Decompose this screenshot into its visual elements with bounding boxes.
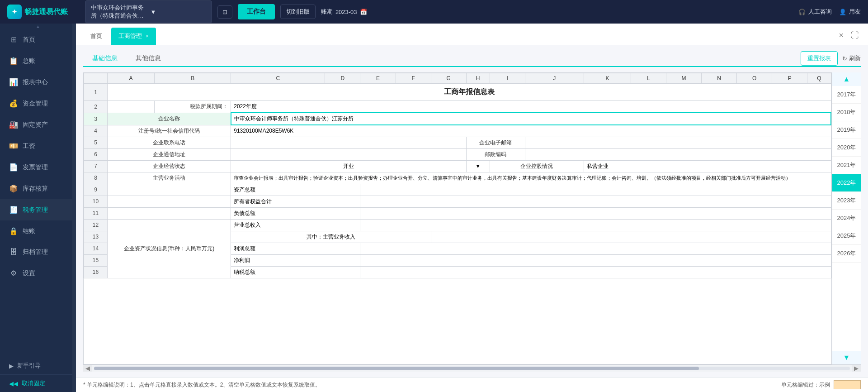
- col-header-d: D: [325, 73, 360, 84]
- sub-tab-basic[interactable]: 基础信息: [83, 51, 127, 67]
- calendar-icon[interactable]: 📅: [360, 9, 367, 15]
- cell-7k: 私营企业: [584, 160, 831, 172]
- workbench-button[interactable]: 工作台: [238, 4, 275, 19]
- sub-tab-other[interactable]: 其他信息: [127, 51, 170, 67]
- cell-14e[interactable]: [360, 243, 831, 254]
- h-scroll-left-btn[interactable]: ◀: [83, 365, 92, 372]
- cell-2b: 税款所属期间：: [155, 101, 231, 113]
- cell-7ab: 企业经营状态: [108, 160, 231, 172]
- cell-5c[interactable]: [231, 137, 466, 148]
- cell-12e[interactable]: [360, 219, 831, 231]
- company-selector[interactable]: 中审众环会计师事务所（特殊普通合伙… ▼: [85, 0, 212, 23]
- year-item-2025[interactable]: 2025年: [832, 227, 861, 245]
- sidebar-item-settings[interactable]: ⚙ 设置: [0, 263, 76, 284]
- row-num-4: 4: [84, 125, 108, 137]
- tab-commerce[interactable]: 工商管理 ×: [111, 28, 156, 45]
- cell-2c: 2022年度: [231, 101, 831, 113]
- cell-6ab: 企业通信地址: [108, 148, 231, 160]
- cell-11e[interactable]: [360, 207, 831, 219]
- tab-home[interactable]: 首页: [83, 28, 109, 45]
- cancel-pin-item[interactable]: ◀◀ 取消固定: [0, 374, 76, 392]
- cell-15c: 净利润: [231, 254, 360, 266]
- home-tab-label: 首页: [90, 32, 102, 40]
- period-value: 2023-03: [335, 9, 357, 15]
- cell-6c[interactable]: [231, 148, 466, 160]
- old-version-button[interactable]: 切到旧版: [280, 5, 316, 19]
- sidebar-item-tax[interactable]: 🧾 税务管理: [0, 199, 76, 220]
- h-scroll-thumb[interactable]: [94, 367, 699, 370]
- period-display: 账期 2023-03 📅: [321, 8, 367, 16]
- report-icon: 📊: [9, 78, 18, 86]
- row-num-11: 11: [84, 207, 108, 219]
- example-box: [834, 380, 861, 389]
- tab-close-icon[interactable]: ×: [146, 33, 149, 39]
- cell-16e[interactable]: [360, 266, 831, 278]
- col-header-row: A B C D E F G H I J K L: [84, 73, 831, 84]
- h-scroll-track[interactable]: [94, 367, 850, 370]
- year-panel-up[interactable]: ▲: [832, 72, 861, 86]
- cell-6j: 邮政编码: [466, 148, 525, 160]
- tax-icon: 🧾: [9, 206, 18, 214]
- h-scroll-right-btn[interactable]: ▶: [852, 365, 861, 372]
- sidebar-scroll-up[interactable]: ▲: [36, 24, 40, 29]
- year-item-2024[interactable]: 2024年: [832, 210, 861, 227]
- col-header-n: N: [702, 73, 737, 84]
- year-panel: ▲ 2017年 2018年 2019年 2020年 2021年 2022年 20…: [832, 72, 861, 364]
- new-guide-item[interactable]: ▶ 新手引导: [0, 357, 76, 374]
- copy-button[interactable]: ⊡: [217, 5, 232, 19]
- settings-icon: ⚙: [9, 269, 18, 277]
- sidebar-item-ledger[interactable]: 📋 总账: [0, 50, 76, 72]
- service-item[interactable]: 🎧 人工咨询: [798, 8, 832, 16]
- app-logo: ✦ 畅捷通易代账: [7, 5, 80, 19]
- cell-10e[interactable]: [360, 196, 831, 207]
- inventory-icon: 📦: [9, 184, 18, 193]
- window-close-button[interactable]: ×: [837, 29, 845, 42]
- col-header-c: C: [231, 73, 325, 84]
- cell-15e[interactable]: [360, 254, 831, 266]
- year-item-2017[interactable]: 2017年: [832, 86, 861, 104]
- cell-10ab: [108, 196, 231, 207]
- year-item-2022[interactable]: 2022年: [832, 174, 861, 192]
- cell-12c: 营业总收入: [231, 219, 360, 231]
- cell-5ab: 企业联系电话: [108, 137, 231, 148]
- cell-12ab: 企业资产状况信息(币种：人民币万元): [108, 219, 231, 278]
- sidebar-item-inventory[interactable]: 📦 库存核算: [0, 178, 76, 199]
- year-item-2023[interactable]: 2023年: [832, 192, 861, 210]
- sidebar-item-close[interactable]: 🔒 结账: [0, 220, 76, 242]
- row-num-6: 6: [84, 148, 108, 160]
- sidebar-item-invoice[interactable]: 📄 发票管理: [0, 157, 76, 178]
- cell-9e[interactable]: [360, 184, 831, 196]
- year-panel-down[interactable]: ▼: [832, 351, 861, 364]
- year-item-2020[interactable]: 2020年: [832, 139, 861, 157]
- sub-tabs: 基础信息 其他信息 重置报表 ↻ 刷新: [83, 51, 861, 67]
- tab-window-controls: × ⛶: [837, 29, 861, 45]
- refresh-button[interactable]: ↻ 刷新: [842, 51, 861, 66]
- table-row: 1 工商年报信息表: [84, 84, 831, 101]
- sidebar-item-home[interactable]: ⊞ 首页: [0, 29, 76, 50]
- cell-3c[interactable]: 中审众环会计师事务所（特殊普通合伙）江苏分所: [231, 113, 831, 125]
- sidebar-item-finance[interactable]: 💰 资金管理: [0, 93, 76, 114]
- topbar-right: 🎧 人工咨询 👤 用友: [798, 8, 861, 16]
- sidebar-item-report[interactable]: 📊 报表中心: [0, 72, 76, 93]
- cell-13g[interactable]: [431, 231, 831, 243]
- cell-7c[interactable]: 开业: [231, 160, 466, 172]
- cell-6k[interactable]: [525, 148, 831, 160]
- spreadsheet-container[interactable]: A B C D E F G H I J K L: [83, 72, 832, 364]
- year-item-2026[interactable]: 2026年: [832, 245, 861, 263]
- sidebar-item-archive[interactable]: 🗄 归档管理: [0, 242, 76, 263]
- reset-report-button[interactable]: 重置报表: [801, 51, 838, 66]
- sidebar-item-asset[interactable]: 🏭 固定资产: [0, 114, 76, 135]
- headset-icon: 🎧: [798, 9, 806, 15]
- year-item-2021[interactable]: 2021年: [832, 157, 861, 174]
- row-num-7: 7: [84, 160, 108, 172]
- horizontal-scrollbar[interactable]: ◀ ▶: [83, 364, 861, 372]
- example-label: 单元格编辑过：示例: [781, 381, 830, 389]
- sidebar-item-wage[interactable]: 💴 工资: [0, 135, 76, 157]
- year-item-2019[interactable]: 2019年: [832, 121, 861, 139]
- cell-5k[interactable]: [525, 137, 831, 148]
- corner-header: [84, 73, 108, 84]
- year-item-2018[interactable]: 2018年: [832, 104, 861, 121]
- cell-8c[interactable]: 审查企业会计报表；出具审计报告；验证企业资本；出具验资报告；办理企业合开、分立、…: [231, 172, 831, 184]
- user-item[interactable]: 👤 用友: [839, 8, 861, 16]
- window-expand-button[interactable]: ⛶: [849, 29, 861, 42]
